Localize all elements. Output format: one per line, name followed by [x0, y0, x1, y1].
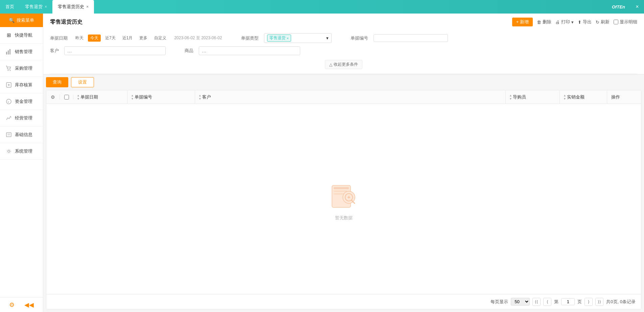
- show-detail-checkbox[interactable]: [614, 20, 618, 24]
- customer-sort-icon: ▴▾: [199, 94, 201, 101]
- col-header-customer[interactable]: ▴▾ 客户: [195, 90, 506, 104]
- next-page-button[interactable]: ⟩: [585, 298, 593, 306]
- svg-text:¥: ¥: [7, 101, 9, 104]
- empty-state: 暂无数据: [46, 104, 641, 294]
- export-icon: ⬆: [578, 20, 581, 25]
- collapse-filter-button[interactable]: △ 收起更多条件: [325, 60, 362, 69]
- table-footer: 每页显示 50 10 20 100 ⟨⟨ ⟨ 第 页 ⟩ ⟩⟩ 共0页, 0条记…: [46, 294, 641, 309]
- sidebar-item-base-info[interactable]: 基础信息: [0, 127, 43, 143]
- show-detail-check[interactable]: 显示明细: [614, 19, 637, 25]
- sidebar-search-label: 搜索菜单: [17, 17, 34, 23]
- fund-mgmt-icon: ¥: [5, 98, 12, 105]
- volume-button[interactable]: ◀◀: [24, 301, 34, 309]
- sidebar-item-quick-nav[interactable]: ⊞ 快捷导航: [0, 27, 43, 44]
- date-today[interactable]: 今天: [88, 35, 101, 42]
- customer-filter-label: 客户: [50, 48, 59, 54]
- collapse-label: 收起更多条件: [334, 62, 358, 67]
- date-sort-icon: ▴▾: [77, 94, 79, 101]
- top-bar: 首页 零售退货 × 零售退货历史 × OfTEn ×: [0, 0, 644, 14]
- goods-filter-input[interactable]: ...: [199, 46, 300, 55]
- biz-mgmt-icon: [5, 115, 12, 121]
- page-label-after: 页: [577, 299, 582, 305]
- sidebar: 🔍 搜索菜单 ⊞ 快捷导航 销售管理 采购管理: [0, 14, 43, 312]
- type-filter-dropdown-icon: ▾: [326, 36, 329, 41]
- filter-row-1: 单据日期 昨天 今天 近7天 近1月 更多 自定义 2023-06-02 至 2…: [50, 33, 637, 43]
- tab-retail-return[interactable]: 零售退货 ×: [20, 0, 52, 14]
- page-size-select[interactable]: 50 10 20 100: [511, 298, 530, 306]
- refresh-button[interactable]: ↻ 刷新: [596, 19, 610, 25]
- col-header-guide[interactable]: ▴▾ 导购员: [506, 90, 560, 104]
- col-header-date[interactable]: ▴▾ 单据日期: [73, 90, 127, 104]
- sidebar-item-base-info-label: 基础信息: [15, 132, 32, 138]
- page-title-row: 零售退货历史 + 新增 🗑 删除 🖨 打印 ▾ ⬆ 导出: [50, 18, 637, 26]
- sidebar-item-fund-mgmt-label: 资金管理: [15, 98, 32, 105]
- date-range-display: 2023-06-02 至 2023-06-02: [174, 35, 222, 41]
- content-area: 零售退货历史 + 新增 🗑 删除 🖨 打印 ▾ ⬆ 导出: [43, 14, 644, 312]
- date-more[interactable]: 更多: [137, 35, 150, 42]
- quick-nav-icon: ⊞: [5, 32, 12, 39]
- col-date-label: 单据日期: [80, 94, 98, 100]
- export-button[interactable]: ⬆ 导出: [578, 19, 592, 25]
- last-page-button[interactable]: ⟩⟩: [595, 298, 603, 306]
- tab-retail-return-history-close[interactable]: ×: [86, 4, 89, 9]
- sidebar-menu: ⊞ 快捷导航 销售管理 采购管理 库存核算: [0, 27, 43, 297]
- tab-retail-return-close[interactable]: ×: [45, 4, 47, 9]
- svg-point-3: [8, 70, 9, 71]
- query-button[interactable]: 查询: [46, 77, 68, 87]
- sidebar-item-fund-mgmt[interactable]: ¥ 资金管理: [0, 93, 43, 110]
- svg-rect-0: [6, 52, 7, 54]
- sidebar-item-purchase-mgmt[interactable]: 采购管理: [0, 60, 43, 77]
- doc-no-filter-label: 单据编号: [351, 35, 368, 41]
- goods-filter-label: 商品: [185, 48, 193, 54]
- sidebar-item-stock-calc[interactable]: 库存核算: [0, 77, 43, 93]
- table-check-all[interactable]: [60, 95, 73, 99]
- table-header: ⚙ ▴▾ 单据日期 ▴▾ 单据编号 ▴▾ 客户 ▴▾ 导: [46, 90, 641, 104]
- select-all-checkbox[interactable]: [64, 95, 69, 99]
- first-page-button[interactable]: ⟨⟨: [532, 298, 541, 306]
- page-number-input[interactable]: [561, 298, 575, 305]
- svg-point-14: [7, 149, 11, 153]
- refresh-icon: ↻: [596, 20, 599, 25]
- sales-mgmt-icon: [5, 48, 12, 55]
- filter-settings-button[interactable]: 设置: [71, 77, 94, 87]
- window-close-button[interactable]: ×: [630, 0, 644, 14]
- prev-page-button[interactable]: ⟨: [543, 298, 551, 306]
- delete-button[interactable]: 🗑 删除: [537, 19, 551, 25]
- col-header-no[interactable]: ▴▾ 单据编号: [127, 90, 195, 104]
- date-custom[interactable]: 自定义: [152, 35, 169, 42]
- svg-rect-1: [8, 50, 9, 54]
- col-guide-label: 导购员: [513, 94, 526, 100]
- sidebar-item-sales-mgmt-label: 销售管理: [15, 49, 32, 55]
- sidebar-item-sales-mgmt[interactable]: 销售管理: [0, 44, 43, 60]
- tab-retail-return-history-label: 零售退货历史: [58, 4, 84, 10]
- tab-home[interactable]: 首页: [0, 0, 20, 14]
- stock-calc-icon: [5, 82, 12, 88]
- doc-no-filter-input[interactable]: [374, 34, 448, 42]
- customer-filter-input[interactable]: ...: [64, 46, 166, 55]
- svg-point-4: [10, 70, 11, 71]
- sidebar-item-biz-mgmt[interactable]: 经营管理: [0, 110, 43, 127]
- type-filter-label: 单据类型: [241, 35, 259, 41]
- empty-state-icon: [327, 177, 361, 211]
- col-header-amount[interactable]: ▴▾ 实销金额: [560, 90, 607, 104]
- export-label: 导出: [583, 19, 592, 25]
- date-last-month[interactable]: 近1月: [120, 35, 135, 42]
- sidebar-search[interactable]: 🔍 搜索菜单: [0, 14, 43, 27]
- settings-button[interactable]: ⚙: [9, 301, 15, 309]
- date-filter-group: 昨天 今天 近7天 近1月 更多 自定义: [73, 35, 169, 42]
- type-filter-tag-close[interactable]: ×: [287, 36, 289, 40]
- tab-home-label: 首页: [5, 4, 14, 10]
- window-close-icon: ×: [636, 4, 639, 10]
- date-yesterday[interactable]: 昨天: [73, 35, 86, 42]
- date-last7[interactable]: 近7天: [103, 35, 118, 42]
- print-icon: 🖨: [555, 20, 560, 25]
- toolbar: + 新增 🗑 删除 🖨 打印 ▾ ⬆ 导出 ↻: [512, 18, 637, 26]
- add-button[interactable]: + 新增: [512, 18, 533, 26]
- type-filter-select[interactable]: 零售退货 × ▾: [264, 33, 332, 43]
- tab-retail-return-history[interactable]: 零售退货历史 ×: [52, 0, 94, 14]
- table-settings-icon[interactable]: ⚙: [46, 94, 60, 100]
- sidebar-item-sys-mgmt[interactable]: 系统管理: [0, 143, 43, 160]
- sidebar-bottom: ⚙ ◀◀: [0, 297, 43, 312]
- print-button[interactable]: 🖨 打印 ▾: [555, 19, 574, 25]
- goods-filter-dots: ...: [202, 48, 206, 53]
